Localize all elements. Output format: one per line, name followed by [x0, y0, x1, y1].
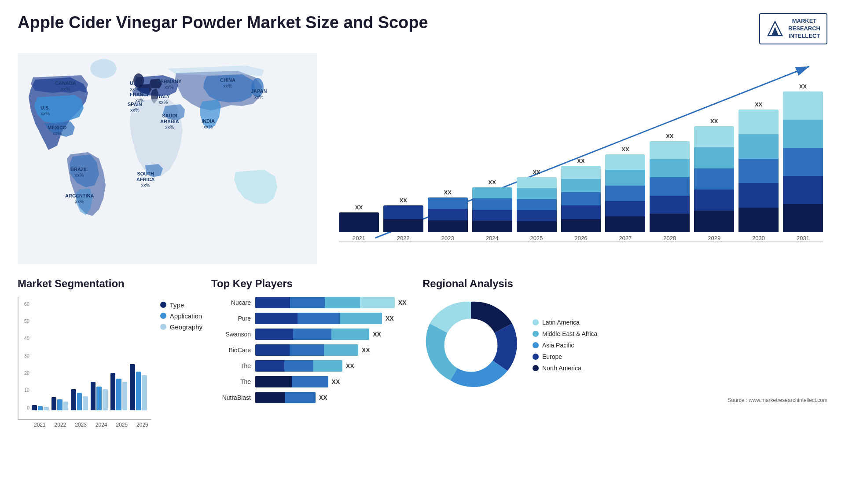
- bar-col-2022: XX2022: [383, 58, 423, 241]
- bar-segment: [783, 176, 823, 204]
- world-map: CANADAxx% U.S.xx% MEXICOxx% BRAZILxx% AR…: [18, 53, 317, 264]
- player-row: TheXX: [211, 360, 414, 372]
- bar-segment: [605, 170, 645, 185]
- bar-segment: [605, 186, 645, 201]
- top-section: CANADAxx% U.S.xx% MEXICOxx% BRAZILxx% AR…: [18, 53, 827, 264]
- player-value: XX: [332, 378, 340, 385]
- bar-year-2030: 2030: [752, 235, 765, 241]
- map-label-japan: JAPANxx%: [251, 88, 267, 100]
- segment-section: Market Segmentation 0 10 20 30 40 50 60: [18, 278, 202, 428]
- logo-text: MARKET RESEARCH INTELLECT: [788, 18, 820, 40]
- bar-group-2022: [51, 397, 69, 410]
- bar-value-2030: XX: [755, 101, 762, 108]
- bar-segment: [605, 201, 645, 216]
- bar-type: [32, 405, 37, 410]
- label-north-america: North America: [542, 365, 581, 372]
- stacked-bar-2029: [694, 126, 734, 232]
- stacked-bar-2023: [428, 197, 468, 232]
- y-label: 20: [18, 370, 29, 376]
- player-bar: [255, 313, 382, 324]
- y-label: 40: [18, 336, 29, 341]
- bar-segment: [517, 210, 557, 221]
- players-title: Top Key Players: [211, 278, 414, 290]
- bar-segment: [738, 208, 779, 232]
- svg-point-3: [90, 59, 117, 78]
- player-name: The: [211, 362, 251, 369]
- player-name: The: [211, 378, 251, 385]
- bar-segment: [605, 216, 645, 232]
- bar-segment: [561, 205, 601, 219]
- player-value: XX: [373, 331, 381, 338]
- bar-col-2029: XX2029: [694, 58, 734, 241]
- dot-latin-america: [533, 319, 539, 325]
- legend-asia-pacific: Asia Pacific: [533, 342, 597, 349]
- map-section: CANADAxx% U.S.xx% MEXICOxx% BRAZILxx% AR…: [18, 53, 317, 264]
- label-asia-pacific: Asia Pacific: [542, 342, 574, 349]
- y-label: 0: [18, 405, 29, 410]
- label-latin-america: Latin America: [542, 319, 580, 326]
- bar-group-2024: [91, 382, 108, 410]
- bar-segment: [517, 177, 557, 188]
- player-bar: [255, 360, 342, 372]
- bar-segment: [517, 188, 557, 199]
- player-bar-container: XX: [255, 392, 414, 403]
- player-name: NutraBlast: [211, 394, 251, 401]
- legend-dot-geography: [160, 324, 166, 330]
- player-name: Swanson: [211, 331, 251, 338]
- bar-segment: [472, 210, 512, 221]
- player-bar-segment: [255, 392, 285, 403]
- bar-segment: [738, 183, 779, 208]
- player-bar-segment: [340, 313, 382, 324]
- bar-group-2025: [110, 373, 128, 410]
- bar-year-2025: 2025: [530, 235, 543, 241]
- stacked-bar-2028: [650, 141, 690, 232]
- header: Apple Cider Vinegar Powder Market Size a…: [18, 13, 827, 44]
- legend-latin-america: Latin America: [533, 319, 597, 326]
- player-bar: [255, 297, 395, 308]
- stacked-bar-2031: [783, 91, 823, 232]
- bar-value-2025: XX: [533, 169, 540, 175]
- player-bar-segment: [331, 329, 369, 340]
- bar-segment: [738, 110, 779, 134]
- map-label-mexico: MEXICOxx%: [48, 125, 66, 136]
- player-bar-segment: [255, 313, 298, 324]
- bar-app: [38, 406, 43, 410]
- bar-segment: [694, 211, 734, 232]
- bar-col-2030: XX2030: [738, 58, 779, 241]
- bar-type: [51, 397, 57, 410]
- stacked-bar-2022: [383, 205, 423, 232]
- player-bar-segment: [313, 360, 342, 372]
- player-bar-segment: [290, 297, 325, 308]
- map-label-us: U.S.xx%: [40, 105, 50, 117]
- bar-col-2025: XX2025: [517, 58, 557, 241]
- player-bar-segment: [285, 392, 315, 403]
- bar-geo: [83, 396, 88, 410]
- legend-middle-east: Middle East & Africa: [533, 330, 597, 337]
- bar-segment: [383, 205, 423, 219]
- legend-type: Type: [160, 301, 202, 309]
- logo-icon: [766, 20, 784, 37]
- year-label: 2026: [133, 422, 151, 428]
- player-bar-segment: [324, 344, 358, 356]
- dot-europe: [533, 354, 539, 360]
- year-label: 2023: [72, 422, 90, 428]
- stacked-bar-2030: [738, 110, 779, 232]
- bar-type: [130, 364, 135, 410]
- bar-segment: [383, 219, 423, 232]
- player-bar: [255, 329, 369, 340]
- map-label-brazil: BRAZILxx%: [70, 167, 88, 178]
- players-list: NucareXXPureXXSwansonXXBioCareXXTheXXThe…: [211, 297, 414, 403]
- donut-container: Latin America Middle East & Africa Asia …: [422, 297, 827, 394]
- bar-year-2031: 2031: [797, 235, 809, 241]
- bar-col-2023: XX2023: [428, 58, 468, 241]
- bar-segment: [694, 190, 734, 211]
- page-title: Apple Cider Vinegar Powder Market Size a…: [18, 13, 428, 32]
- player-row: NucareXX: [211, 297, 414, 308]
- bar-value-2024: XX: [489, 179, 496, 186]
- legend-dot-application: [160, 313, 166, 319]
- player-bar-container: XX: [255, 297, 414, 308]
- bar-segment: [561, 192, 601, 205]
- player-bar-segment: [255, 344, 290, 356]
- legend-label-application: Application: [170, 312, 202, 320]
- segmentation-title: Market Segmentation: [18, 278, 202, 290]
